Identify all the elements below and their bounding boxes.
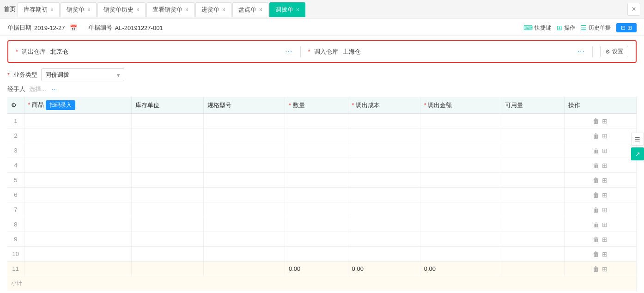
cell-cost[interactable]: [348, 143, 420, 158]
cell-product[interactable]: [24, 188, 132, 202]
cell-qty[interactable]: [285, 217, 348, 232]
copy-row-icon[interactable]: ⊞: [602, 147, 608, 154]
cell-qty[interactable]: [285, 188, 348, 202]
in-warehouse-more-button[interactable]: ···: [577, 48, 585, 56]
cell-spec[interactable]: [204, 247, 285, 262]
cell-unit[interactable]: [132, 202, 204, 217]
cell-amount[interactable]: [420, 158, 501, 173]
operation-button[interactable]: ⊞ 操作: [557, 24, 575, 32]
out-warehouse-more-button[interactable]: ···: [285, 48, 292, 56]
copy-row-icon[interactable]: ⊞: [602, 117, 608, 125]
tab-home[interactable]: 首页: [4, 5, 16, 13]
cell-spec[interactable]: [204, 158, 285, 173]
cell-spec[interactable]: [204, 188, 285, 202]
cell-product[interactable]: [24, 173, 132, 188]
copy-row-icon[interactable]: ⊞: [602, 162, 608, 169]
shortcut-button[interactable]: ⌨ 快捷键: [523, 24, 551, 32]
cell-spec[interactable]: [204, 217, 285, 232]
cell-qty[interactable]: [285, 114, 348, 128]
business-type-select[interactable]: 同价调拨 ▾: [41, 68, 124, 81]
cell-qty[interactable]: [285, 128, 348, 143]
cell-qty[interactable]: [285, 247, 348, 262]
cell-amount[interactable]: [420, 217, 501, 232]
cell-product[interactable]: [24, 247, 132, 262]
cell-qty[interactable]: [285, 173, 348, 188]
calendar-icon[interactable]: 📅: [70, 24, 77, 31]
cell-available[interactable]: [501, 173, 565, 188]
cell-qty[interactable]: [285, 143, 348, 158]
close-tab-purchase[interactable]: ×: [222, 6, 225, 13]
delete-row-icon[interactable]: 🗑: [593, 191, 599, 199]
side-export-button[interactable]: ↗: [631, 147, 644, 160]
settings-button[interactable]: ⚙ 设置: [600, 46, 628, 57]
cell-cost[interactable]: [348, 232, 420, 247]
delete-row-icon[interactable]: 🗑: [593, 236, 599, 243]
cell-qty[interactable]: [285, 158, 348, 173]
tab-purchase[interactable]: 进货单 ×: [195, 2, 231, 17]
delete-row-icon[interactable]: 🗑: [593, 162, 599, 169]
cell-cost[interactable]: [348, 188, 420, 202]
cell-cost[interactable]: [348, 217, 420, 232]
window-close-button[interactable]: ×: [627, 3, 640, 16]
delete-row-icon[interactable]: 🗑: [593, 117, 599, 125]
delete-row-icon[interactable]: 🗑: [593, 250, 599, 258]
tab-transfer[interactable]: 调拨单 ×: [269, 2, 305, 17]
side-notes-button[interactable]: ☰: [631, 133, 644, 146]
cell-spec[interactable]: [204, 173, 285, 188]
cell-amount[interactable]: [420, 114, 501, 128]
cell-product[interactable]: [24, 202, 132, 217]
copy-row-icon[interactable]: ⊞: [602, 221, 608, 228]
person-input[interactable]: 选择...: [29, 85, 46, 93]
cell-amount[interactable]: [420, 143, 501, 158]
layout-button[interactable]: ⊟ ⊞: [616, 23, 637, 32]
cell-cost[interactable]: [348, 202, 420, 217]
cell-product[interactable]: [24, 114, 132, 128]
cell-amount[interactable]: [420, 247, 501, 262]
cell-product[interactable]: [24, 158, 132, 173]
tab-inventory-init[interactable]: 库存期初 ×: [18, 2, 60, 17]
history-button[interactable]: ☰ 历史单据: [581, 24, 611, 32]
delete-row-icon[interactable]: 🗑: [593, 147, 599, 154]
cell-cost[interactable]: [348, 128, 420, 143]
subtotal-copy-icon[interactable]: ⊞: [602, 265, 608, 273]
tab-sales-order[interactable]: 销货单 ×: [61, 2, 97, 17]
subtotal-delete-icon[interactable]: 🗑: [593, 265, 599, 273]
cell-qty[interactable]: [285, 232, 348, 247]
cell-spec[interactable]: [204, 128, 285, 143]
cell-available[interactable]: [501, 143, 565, 158]
delete-row-icon[interactable]: 🗑: [593, 132, 599, 140]
cell-amount[interactable]: [420, 232, 501, 247]
cell-product[interactable]: [24, 232, 132, 247]
cell-amount[interactable]: [420, 202, 501, 217]
cell-unit[interactable]: [132, 232, 204, 247]
cell-amount[interactable]: [420, 128, 501, 143]
cell-spec[interactable]: [204, 232, 285, 247]
cell-unit[interactable]: [132, 114, 204, 128]
cell-available[interactable]: [501, 114, 565, 128]
cell-unit[interactable]: [132, 188, 204, 202]
close-tab-stocktake[interactable]: ×: [259, 6, 262, 13]
copy-row-icon[interactable]: ⊞: [602, 250, 608, 258]
cell-cost[interactable]: [348, 247, 420, 262]
cell-available[interactable]: [501, 128, 565, 143]
cell-product[interactable]: [24, 128, 132, 143]
tab-stocktake[interactable]: 盘点单 ×: [232, 2, 268, 17]
close-tab-sales-history[interactable]: ×: [136, 6, 140, 13]
copy-row-icon[interactable]: ⊞: [602, 206, 608, 214]
cell-available[interactable]: [501, 202, 565, 217]
close-tab-transfer[interactable]: ×: [296, 6, 299, 13]
cell-unit[interactable]: [132, 247, 204, 262]
cell-available[interactable]: [501, 158, 565, 173]
close-tab-sales-order[interactable]: ×: [87, 6, 91, 13]
cell-qty[interactable]: [285, 202, 348, 217]
cell-unit[interactable]: [132, 128, 204, 143]
cell-cost[interactable]: [348, 158, 420, 173]
cell-spec[interactable]: [204, 202, 285, 217]
cell-product[interactable]: [24, 217, 132, 232]
cell-unit[interactable]: [132, 158, 204, 173]
cell-spec[interactable]: [204, 114, 285, 128]
copy-row-icon[interactable]: ⊞: [602, 191, 608, 199]
copy-row-icon[interactable]: ⊞: [602, 177, 608, 184]
cell-available[interactable]: [501, 247, 565, 262]
person-more-button[interactable]: ···: [52, 85, 57, 93]
